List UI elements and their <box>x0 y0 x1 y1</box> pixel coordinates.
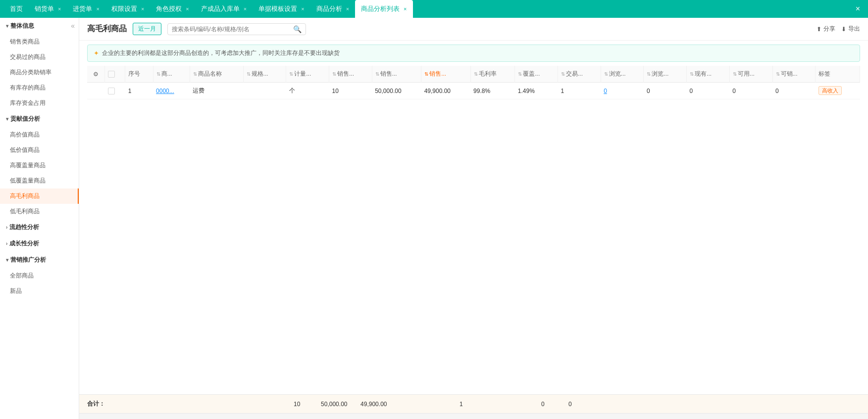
nav-template[interactable]: 单据模板设置 × <box>253 0 310 18</box>
col-sales-qty[interactable]: ⇅销售... <box>329 66 372 83</box>
content-header: 高毛利商品 近一月 🔍 ⬆ 分享 ⬇ 导出 <box>79 18 868 41</box>
export-button[interactable]: ⬇ 导出 <box>841 25 860 33</box>
share-icon: ⬆ <box>817 26 821 33</box>
sidebar-item-new-goods[interactable]: 新品 <box>0 283 79 299</box>
nav-close-production[interactable]: × <box>244 6 247 12</box>
nav-close-permission[interactable]: × <box>141 6 144 12</box>
cell-checkbox[interactable] <box>105 83 125 99</box>
col-transaction[interactable]: ⇅交易... <box>558 66 601 83</box>
col-sellable[interactable]: ⇅可销... <box>772 66 816 83</box>
sidebar-item-low-value[interactable]: 低价值商品 <box>0 142 79 158</box>
sidebar-item-traded[interactable]: 交易过的商品 <box>0 49 79 65</box>
cell-tag: 高收入 <box>816 83 860 99</box>
nav-close-role[interactable]: × <box>186 6 189 12</box>
nav-close-purchase[interactable]: × <box>96 6 99 12</box>
search-icon[interactable]: 🔍 <box>293 25 302 33</box>
data-table: ⚙ 序号 ⇅商... ⇅商品名称 ⇅规格... ⇅计量... ⇅销售... ⇅销… <box>87 66 860 99</box>
group-arrow-overview: ▾ <box>6 23 8 29</box>
nav-analysis-list[interactable]: 商品分析列表 × <box>355 0 412 18</box>
nav-role[interactable]: 角色授权 × <box>150 0 195 18</box>
search-box[interactable]: 🔍 <box>167 23 306 35</box>
time-filter-button[interactable]: 近一月 <box>133 23 161 35</box>
sidebar-item-high-margin[interactable]: 高毛利商品 <box>0 188 79 204</box>
sidebar-item-sales-goods[interactable]: 销售类商品 <box>0 34 79 49</box>
cell-coverage: 1.49% <box>515 83 558 99</box>
col-browse2[interactable]: ⇅浏览... <box>644 66 687 83</box>
sidebar-group-trend[interactable]: › 流趋性分析 <box>0 219 79 235</box>
table-container[interactable]: ⚙ 序号 ⇅商... ⇅商品名称 ⇅规格... ⇅计量... ⇅销售... ⇅销… <box>79 66 868 394</box>
info-icon: ✦ <box>94 49 99 57</box>
sidebar-collapse-btn[interactable]: « <box>71 22 75 30</box>
col-checkbox[interactable] <box>105 66 125 83</box>
cell-browse1[interactable]: 0 <box>601 83 644 99</box>
sidebar-item-low-margin[interactable]: 低毛利商品 <box>0 204 79 219</box>
banner-text: 企业的主要的利润都是这部分商品创造的，可考虑加大推广，同时关注库存是不要出现缺货 <box>102 49 340 57</box>
footer-label: 合计： <box>87 400 125 408</box>
sidebar-item-category-rate[interactable]: 商品分类助销率 <box>0 65 79 80</box>
nav-purchase[interactable]: 进货单 × <box>67 0 105 18</box>
cell-gross-margin: 99.8% <box>470 83 515 99</box>
sidebar-group-contribution[interactable]: ▾ 贡献值分析 <box>0 111 79 127</box>
nav-close-sales[interactable]: × <box>58 6 61 12</box>
sidebar-group-marketing[interactable]: ▾ 营销推广分析 <box>0 252 79 268</box>
sidebar-group-overview[interactable]: ▾ 整体信息 <box>0 18 79 34</box>
nav-permission[interactable]: 权限设置 × <box>105 0 150 18</box>
sidebar-item-stock-capital[interactable]: 库存资金占用 <box>0 95 79 111</box>
cell-settings <box>87 83 105 99</box>
col-code[interactable]: ⇅商... <box>153 66 190 83</box>
col-available[interactable]: ⇅可用... <box>729 66 772 83</box>
sidebar-item-high-coverage[interactable]: 高覆盖量商品 <box>0 158 79 173</box>
sidebar: « ▾ 整体信息 销售类商品 交易过的商品 商品分类助销率 有库存的商品 库存资… <box>0 18 79 419</box>
footer-bar: 合计： 10 50,000.00 49,900.00 1 0 0 <box>79 394 868 413</box>
sidebar-item-low-coverage[interactable]: 低覆盖量商品 <box>0 173 79 188</box>
footer-cells: 10 50,000.00 49,900.00 1 0 0 <box>125 401 860 408</box>
nav-close-analysis-list[interactable]: × <box>404 6 407 12</box>
cell-unit: 个 <box>286 83 329 99</box>
sidebar-item-in-stock[interactable]: 有库存的商品 <box>0 80 79 95</box>
table-header-row: ⚙ 序号 ⇅商... ⇅商品名称 ⇅规格... ⇅计量... ⇅销售... ⇅销… <box>87 66 860 83</box>
cell-code[interactable]: 0000... <box>153 83 190 99</box>
main-layout: « ▾ 整体信息 销售类商品 交易过的商品 商品分类助销率 有库存的商品 库存资… <box>0 18 868 419</box>
cell-available: 0 <box>729 83 772 99</box>
col-name[interactable]: ⇅商品名称 <box>190 66 243 83</box>
nav-production[interactable]: 产成品入库单 × <box>195 0 253 18</box>
col-spec[interactable]: ⇅规格... <box>243 66 286 83</box>
col-sales-amount[interactable]: ⇅销售... <box>372 66 421 83</box>
footer-available: 0 <box>565 401 593 408</box>
nav-close-analysis[interactable]: × <box>346 6 349 12</box>
col-gross-margin[interactable]: ⇅毛利率 <box>470 66 515 83</box>
col-browse1[interactable]: ⇅浏览... <box>601 66 644 83</box>
horizontal-scrollbar[interactable] <box>79 413 868 419</box>
table-row: 1 0000... 运费 个 10 50,000.00 49,900.00 99… <box>87 83 860 99</box>
search-input[interactable] <box>172 26 291 33</box>
nav-home[interactable]: 首页 <box>4 0 29 18</box>
nav-sales-order[interactable]: 销货单 × <box>29 0 67 18</box>
page-title: 高毛利商品 <box>87 24 127 34</box>
content-area: 高毛利商品 近一月 🔍 ⬆ 分享 ⬇ 导出 ✦ 企业的主要的利润都是这部分商品创… <box>79 18 868 419</box>
nav-close-template[interactable]: × <box>301 6 304 12</box>
col-coverage[interactable]: ⇅覆盖... <box>515 66 558 83</box>
sidebar-item-all-goods[interactable]: 全部商品 <box>0 268 79 283</box>
col-settings[interactable]: ⚙ <box>87 66 105 83</box>
footer-sales-qty: 10 <box>291 401 318 408</box>
cell-browse2: 0 <box>644 83 687 99</box>
group-arrow-trend: › <box>6 225 7 230</box>
cell-index: 1 <box>125 83 153 99</box>
share-button[interactable]: ⬆ 分享 <box>817 25 835 33</box>
sidebar-group-growth[interactable]: › 成长性分析 <box>0 235 79 252</box>
cell-sales-cost: 49,900.00 <box>421 83 470 99</box>
col-sales-cost[interactable]: ⇅销售... <box>421 66 470 83</box>
group-arrow-marketing: ▾ <box>6 257 8 263</box>
col-unit[interactable]: ⇅计量... <box>286 66 329 83</box>
cell-spec <box>243 83 286 99</box>
col-current-stock[interactable]: ⇅现有... <box>687 66 730 83</box>
cell-sales-amount: 50,000.00 <box>372 83 421 99</box>
nav-analysis[interactable]: 商品分析 × <box>310 0 355 18</box>
col-tag: 标签 <box>816 66 860 83</box>
tag-badge: 高收入 <box>818 86 842 95</box>
cell-name: 运费 <box>190 83 243 99</box>
footer-transaction: 1 <box>457 401 484 408</box>
cell-sales-qty: 10 <box>329 83 372 99</box>
nav-close-all[interactable]: × <box>852 4 864 13</box>
sidebar-item-high-value[interactable]: 高价值商品 <box>0 127 79 142</box>
